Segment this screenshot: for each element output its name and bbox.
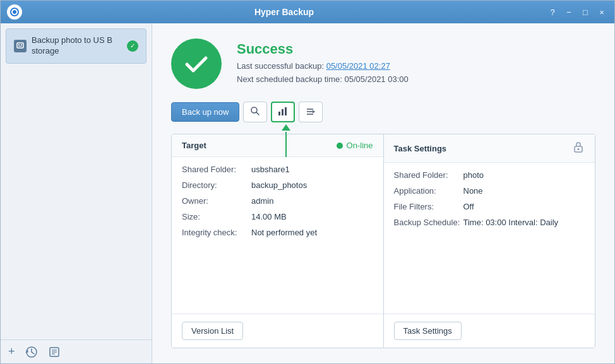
task-settings-panel: Task Settings Shared Folder: p (384, 134, 595, 348)
svg-line-12 (256, 112, 259, 115)
sidebar-item-label: Backup photo to US B storage (32, 35, 122, 57)
target-panel-footer: Version List (172, 314, 383, 348)
main-layout: Backup photo to US B storage ✓ + (1, 23, 614, 363)
table-row: File Filters: Off (394, 202, 585, 211)
svg-rect-15 (285, 107, 287, 115)
history-button[interactable] (25, 346, 38, 358)
menu-icon (306, 106, 316, 118)
minimize-button[interactable]: − (563, 6, 575, 18)
success-icon (171, 38, 222, 89)
status-dot (337, 143, 343, 149)
next-backup-line: Next scheduled backup time: 05/05/2021 0… (237, 74, 409, 84)
content-area: Success Last successful backup: 05/05/20… (152, 23, 614, 363)
sidebar-item-backup-photo[interactable]: Backup photo to US B storage ✓ (6, 28, 146, 64)
back-up-now-button[interactable]: Back up now (171, 102, 239, 122)
search-button[interactable] (243, 102, 267, 122)
task-settings-panel-footer: Task Settings (384, 314, 595, 348)
close-button[interactable]: × (595, 6, 608, 18)
table-row: Owner: admin (182, 196, 373, 206)
svg-rect-5 (18, 46, 22, 47)
target-panel-header: Target On-line (172, 134, 383, 157)
status-title: Success (237, 41, 409, 57)
table-row: Application: None (394, 186, 585, 196)
backup-item-icon (14, 40, 27, 52)
table-row: Shared Folder: photo (394, 170, 585, 180)
maximize-button[interactable]: □ (579, 6, 592, 18)
task-settings-panel-body: Shared Folder: photo Application: None F… (384, 163, 595, 314)
lock-icon (572, 141, 585, 156)
table-row: Backup Schedule: Time: 03:00 Interval: D… (394, 218, 585, 227)
target-panel-body: Shared Folder: usbshare1 Directory: back… (172, 157, 383, 314)
svg-rect-4 (21, 44, 22, 45)
svg-point-20 (578, 148, 580, 150)
search-icon (250, 106, 260, 118)
svg-rect-2 (17, 43, 23, 48)
stats-icon (278, 106, 288, 118)
table-row: Directory: backup_photos (182, 180, 373, 190)
task-settings-panel-title: Task Settings (394, 144, 447, 153)
sidebar: Backup photo to US B storage ✓ + (1, 23, 152, 363)
menu-button[interactable] (299, 102, 323, 122)
window-title: Hyper Backup (22, 7, 546, 17)
status-section: Success Last successful backup: 05/05/20… (171, 38, 595, 89)
log-button[interactable] (48, 346, 61, 358)
app-logo (7, 4, 22, 20)
sidebar-footer: + (1, 339, 152, 363)
svg-rect-13 (278, 112, 280, 115)
window-controls: ? − □ × (546, 6, 608, 18)
svg-point-1 (13, 10, 16, 14)
add-task-button[interactable]: + (8, 345, 15, 358)
table-row: Shared Folder: usbshare1 (182, 165, 373, 174)
version-list-button[interactable]: Version List (182, 322, 243, 340)
info-panels: Target On-line Shared Folder: usbshare1 … (171, 134, 595, 348)
arrow-head (282, 124, 290, 131)
help-button[interactable]: ? (546, 6, 559, 18)
target-panel: Target On-line Shared Folder: usbshare1 … (172, 134, 384, 348)
arrow-indicator (282, 124, 290, 157)
online-status: On-line (337, 141, 373, 150)
stats-button[interactable] (271, 102, 295, 122)
target-panel-title: Target (182, 141, 206, 150)
sidebar-item-status: ✓ (127, 40, 138, 52)
arrow-line (285, 132, 287, 157)
table-row: Size: 14.00 MB (182, 212, 373, 221)
toolbar: Back up now (171, 102, 595, 122)
status-info: Success Last successful backup: 05/05/20… (237, 38, 409, 84)
last-backup-line: Last successful backup: 05/05/2021 02:27 (237, 61, 409, 71)
app-window: Hyper Backup ? − □ × Backup photo to US (0, 0, 615, 364)
svg-rect-3 (18, 44, 20, 45)
last-backup-link[interactable]: 05/05/2021 02:27 (326, 61, 390, 71)
table-row: Integrity check: Not performed yet (182, 228, 373, 237)
titlebar: Hyper Backup ? − □ × (1, 1, 614, 23)
task-settings-panel-header: Task Settings (384, 134, 595, 163)
svg-rect-14 (282, 109, 284, 115)
task-settings-button[interactable]: Task Settings (394, 322, 462, 340)
